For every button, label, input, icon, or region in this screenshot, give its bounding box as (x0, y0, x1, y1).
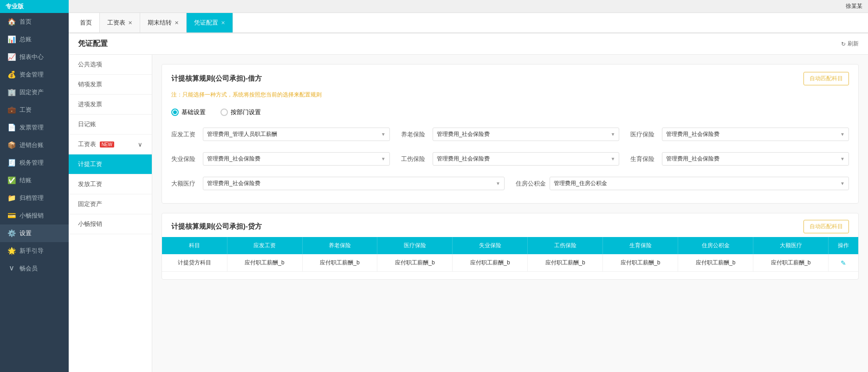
credit-table: 科目 应发工资 养老保险 医疗保险 失业保险 工伤保险 生育保险 住房公积金 大… (162, 237, 858, 272)
debit-fields-row1: 应发工资 管理费用_管理人员职工薪酬 ▼ 养老保险 管理费用_社会保险费 ▼ (162, 124, 858, 148)
sidebar-item-payroll[interactable]: 💼 工资 (0, 101, 69, 119)
sidebar-item-label: 结账 (19, 176, 32, 185)
tab-voucher-config[interactable]: 凭证配置 ✕ (187, 13, 233, 32)
debit-title: 计提核算规则(公司承担)-借方 (171, 74, 262, 83)
purchase-icon: 📦 (7, 141, 16, 149)
sidebar-item-label: 总账 (19, 35, 32, 44)
radio-dept-setup[interactable]: 按部门设置 (220, 108, 261, 116)
sidebar-item-guide[interactable]: 🌟 新手引导 (0, 242, 69, 260)
field-unemployment: 失业保险 管理费用_社会保险费 ▼ (171, 152, 390, 166)
sidebar-item-label: 设置 (19, 229, 32, 237)
sidebar-item-purchase[interactable]: 📦 进销台账 (0, 136, 69, 154)
col-subject: 科目 (162, 237, 227, 254)
large-medical-label: 大额医疗 (171, 180, 199, 188)
maternity-label: 生育保险 (630, 155, 658, 163)
nav-fixed-assets[interactable]: 固定资产 (69, 194, 152, 214)
row-subject: 计提贷方科目 (162, 254, 227, 272)
row-unemployment: 应付职工薪酬_b (453, 254, 528, 272)
main-content: 计提核算规则(公司承担)-借方 自动匹配科目 注：只能选择一种方式，系统将按照您… (152, 55, 868, 372)
field-housing: 住房公积金 管理费用_住房公积金 ▼ (516, 177, 849, 190)
large-medical-select[interactable]: 管理费用_社会保险费 ▼ (203, 177, 505, 190)
nav-journal-label: 日记账 (78, 120, 96, 128)
edit-icon[interactable]: ✎ (841, 259, 846, 267)
sidebar-item-closing[interactable]: ✅ 结账 (0, 172, 69, 189)
sidebar-item-label: 首页 (19, 18, 32, 26)
sidebar-item-home[interactable]: 🏠 首页 (0, 13, 69, 31)
invoice-icon: 📄 (7, 123, 16, 132)
settings-icon: ⚙️ (7, 229, 16, 237)
medical-label: 医疗保险 (630, 130, 658, 139)
injury-chevron: ▼ (610, 156, 615, 161)
tab-home-label: 首页 (80, 19, 92, 27)
debit-auto-match-button[interactable]: 自动匹配科目 (803, 72, 849, 85)
col-injury: 工伤保险 (528, 237, 603, 254)
sidebar-item-label: 归档管理 (19, 194, 44, 202)
nav-journal[interactable]: 日记账 (69, 115, 152, 135)
maternity-value: 管理费用_社会保险费 (666, 155, 719, 163)
salary-select[interactable]: 管理费用_管理人员职工薪酬 ▼ (203, 128, 390, 141)
refresh-button[interactable]: ↻ 刷新 (841, 40, 859, 48)
sidebar-item-general-ledger[interactable]: 📊 总账 (0, 31, 69, 48)
nav-payroll-table[interactable]: 工资表 NEW ∨ (69, 135, 152, 154)
sidebar-item-label: 工资 (19, 106, 32, 114)
nav-xiaochang[interactable]: 小畅报销 (69, 214, 152, 234)
sidebar-item-report-center[interactable]: 📈 报表中心 (0, 48, 69, 66)
sidebar-item-label: 资金管理 (19, 71, 44, 79)
refresh-icon: ↻ (841, 41, 846, 47)
tab-period-label: 期末结转 (148, 19, 172, 27)
field-medical: 医疗保险 管理费用_社会保险费 ▼ (630, 128, 849, 141)
sidebar-item-fund[interactable]: 💰 资金管理 (0, 66, 69, 83)
app-edition: 专业版 (0, 0, 69, 13)
medical-value: 管理费用_社会保险费 (666, 130, 719, 138)
nav-distribute-payroll[interactable]: 发放工资 (69, 174, 152, 194)
nav-public-label: 公共选项 (78, 60, 102, 69)
row-action: ✎ (829, 254, 858, 272)
credit-auto-match-button[interactable]: 自动匹配科目 (803, 220, 849, 233)
maternity-select[interactable]: 管理费用_社会保险费 ▼ (662, 152, 849, 166)
radio-basic-label: 基础设置 (181, 108, 206, 116)
pension-value: 管理费用_社会保险费 (437, 130, 490, 138)
nav-accrual-payroll[interactable]: 计提工资 (69, 154, 152, 174)
sidebar-item-label: 畅会员 (19, 264, 38, 273)
debit-section-header: 计提核算规则(公司承担)-借方 自动匹配科目 (162, 64, 858, 89)
field-salary: 应发工资 管理费用_管理人员职工薪酬 ▼ (171, 128, 390, 141)
nav-accrual-label: 计提工资 (78, 160, 102, 168)
tab-payroll-table[interactable]: 工资表 ✕ (100, 13, 140, 32)
injury-select[interactable]: 管理费用_社会保险费 ▼ (433, 152, 620, 166)
expense-icon: 💳 (7, 212, 16, 220)
medical-select[interactable]: 管理费用_社会保险费 ▼ (662, 128, 849, 141)
sidebar-item-archive[interactable]: 📁 归档管理 (0, 189, 69, 207)
tab-voucher-close[interactable]: ✕ (221, 20, 225, 26)
tab-period-close[interactable]: ✕ (175, 20, 179, 26)
field-injury: 工伤保险 管理费用_社会保险费 ▼ (401, 152, 620, 166)
debit-note: 注：只能选择一种方式，系统将按照您当前的选择来配置规则 (162, 89, 858, 104)
radio-basic-setup[interactable]: 基础设置 (171, 108, 206, 116)
sidebar-item-settings[interactable]: ⚙️ 设置 (0, 224, 69, 242)
sidebar-item-invoice[interactable]: 📄 发票管理 (0, 119, 69, 136)
row-salary: 应付职工薪酬_b (227, 254, 302, 272)
tab-period-closing[interactable]: 期末结转 ✕ (140, 13, 187, 32)
sidebar-item-member[interactable]: V 畅会员 (0, 260, 69, 277)
pension-select[interactable]: 管理费用_社会保险费 ▼ (433, 128, 620, 141)
nav-input-invoice[interactable]: 进项发票 (69, 95, 152, 115)
large-medical-chevron: ▼ (496, 181, 500, 186)
tab-home[interactable]: 首页 (72, 13, 100, 32)
sidebar-item-tax[interactable]: 🧾 税务管理 (0, 154, 69, 172)
col-salary: 应发工资 (227, 237, 302, 254)
sidebar-item-expense[interactable]: 💳 小畅报销 (0, 207, 69, 224)
housing-select[interactable]: 管理费用_住房公积金 ▼ (550, 177, 849, 190)
field-pension: 养老保险 管理费用_社会保险费 ▼ (401, 128, 620, 141)
fund-icon: 💰 (7, 71, 16, 79)
tab-payroll-close[interactable]: ✕ (128, 20, 132, 26)
unemployment-select[interactable]: 管理费用_社会保险费 ▼ (203, 152, 390, 166)
report-icon: 📈 (7, 53, 16, 61)
archive-icon: 📁 (7, 194, 16, 202)
radio-basic-circle (171, 109, 179, 116)
tab-voucher-label: 凭证配置 (194, 19, 218, 27)
nav-red-invoice[interactable]: 销项发票 (69, 75, 152, 95)
guide-icon: 🌟 (7, 247, 16, 255)
sidebar-item-fixed-assets[interactable]: 🏢 固定资产 (0, 83, 69, 101)
nav-public-options[interactable]: 公共选项 (69, 55, 152, 75)
ledger-icon: 📊 (7, 35, 16, 44)
field-large-medical: 大额医疗 管理费用_社会保险费 ▼ (171, 177, 505, 190)
